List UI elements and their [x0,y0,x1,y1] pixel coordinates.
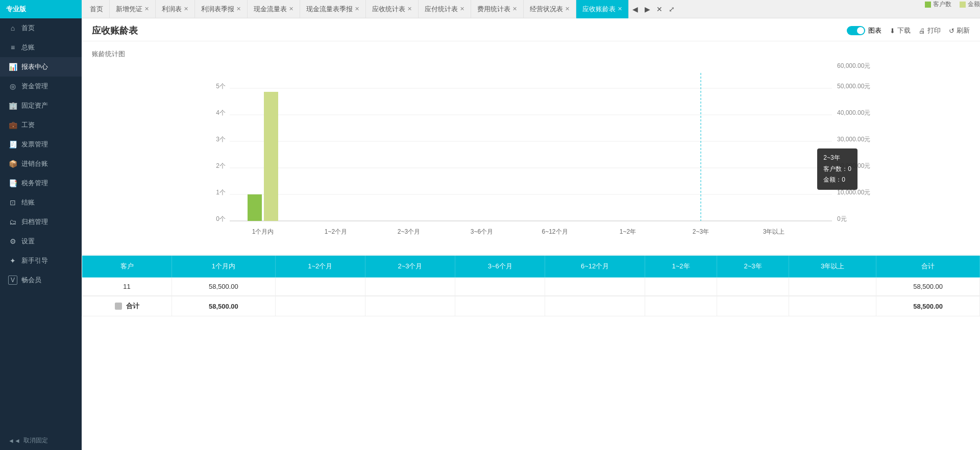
table-total-row: 合计 58,500.00 58,500.00 [82,296,980,316]
chart-svg-wrapper: 0个 1个 2个 3个 4个 5个 0元 10,000.00元 20,000.0… [92,63,970,246]
refresh-button[interactable]: ↺ 刷新 [949,26,970,35]
close-tab-voucher[interactable]: ✕ [144,6,149,12]
svg-text:1个: 1个 [216,189,226,196]
close-tab-profit-q[interactable]: ✕ [236,6,241,12]
svg-text:3年以上: 3年以上 [763,228,785,235]
sidebar: 专业版 ⌂ 首页 ≡ 总账 📊 报表中心 ◎ 资金管理 🏢 固定资产 💼 工资 … [0,0,82,450]
cell-total-sum: 58,500.00 [876,296,980,316]
svg-text:2~3年: 2~3年 [693,228,709,235]
cell-y12 [645,278,717,296]
tax-icon: 📑 [8,179,17,187]
tab-profit[interactable]: 利润表 ✕ [156,0,195,18]
print-button[interactable]: 🖨 打印 [919,26,941,35]
cell-total-y3p [789,296,876,316]
chart-title: 账龄统计图 [92,49,970,59]
sidebar-item-invoice[interactable]: 🧾 发票管理 [0,135,82,154]
refresh-icon: ↺ [949,27,954,35]
svg-text:1~2年: 1~2年 [620,228,636,235]
tab-ar-aging[interactable]: 应收账龄表 ✕ [576,0,629,18]
aging-table: 客户 1个月内 1~2个月 2~3个月 3~6个月 6~12个月 1~2年 2~… [82,255,980,316]
chart-area: 账龄统计图 客户数 金额 0个 1个 2个 3个 [82,41,980,255]
sidebar-item-guide[interactable]: ✦ 新手引导 [0,251,82,270]
sidebar-item-purchase[interactable]: 📦 进销台账 [0,154,82,173]
download-button[interactable]: ⬇ 下载 [890,26,911,35]
cell-total-y12 [645,296,717,316]
svg-text:40,000.00元: 40,000.00元 [837,109,870,116]
cell-m612 [545,278,645,296]
tab-voucher[interactable]: 新增凭证 ✕ [110,0,156,18]
table-row: 11 58,500.00 58,500.00 [82,278,980,296]
sidebar-item-ledger[interactable]: ≡ 总账 [0,38,82,57]
cell-y3p [789,278,876,296]
sidebar-item-home[interactable]: ⌂ 首页 [0,18,82,38]
bar-chart: 0个 1个 2个 3个 4个 5个 0元 10,000.00元 20,000.0… [92,63,970,246]
th-m23: 2~3个月 [365,256,455,278]
sidebar-item-settings[interactable]: ⚙ 设置 [0,232,82,251]
cell-total-label: 合计 [82,296,172,316]
cell-total-m612 [545,296,645,316]
close-tab-ar-aging[interactable]: ✕ [618,6,622,12]
th-m612: 6~12个月 [545,256,645,278]
download-icon: ⬇ [890,27,895,35]
cell-total-m1: 58,500.00 [172,296,276,316]
total-icon [115,303,122,310]
tab-scroll-left[interactable]: ◀ [629,0,641,18]
tab-home[interactable]: 首页 [84,0,110,18]
close-tab-cashflow-q[interactable]: ✕ [355,6,359,12]
close-tab-expense[interactable]: ✕ [512,6,517,12]
home-icon: ⌂ [8,24,17,32]
th-m36: 3~6个月 [455,256,545,278]
pin-icon: ◄◄ [8,437,20,444]
svg-text:60,000.00元: 60,000.00元 [837,63,870,69]
th-y3p: 3年以上 [789,256,876,278]
tab-profit-q[interactable]: 利润表季报 ✕ [195,0,248,18]
tab-maximize[interactable]: ⤢ [666,0,678,18]
cell-m23 [365,278,455,296]
sidebar-item-assets[interactable]: 🏢 固定资产 [0,96,82,115]
cell-total-m12 [275,296,365,316]
close-tab-ar-stat[interactable]: ✕ [407,6,412,12]
page-header: 应收账龄表 图表 ⬇ 下载 🖨 打印 ↺ 刷新 [82,18,980,41]
cell-total-m23 [365,296,455,316]
close-tab-cashflow[interactable]: ✕ [289,6,293,12]
svg-text:10,000.00元: 10,000.00元 [837,189,870,196]
th-y12: 1~2年 [645,256,717,278]
svg-text:30,000.00元: 30,000.00元 [837,136,870,143]
svg-text:0元: 0元 [837,215,847,222]
sidebar-item-archive[interactable]: 🗂 归档管理 [0,212,82,232]
content-area: 账龄统计图 客户数 金额 0个 1个 2个 3个 [82,41,980,450]
tab-scroll-right[interactable]: ▶ [641,0,653,18]
sidebar-item-member[interactable]: V 畅会员 [0,270,82,290]
tab-ar-stat[interactable]: 应收统计表 ✕ [366,0,419,18]
sidebar-item-close[interactable]: ⊡ 结账 [0,193,82,212]
cell-m12 [275,278,365,296]
tab-cashflow[interactable]: 现金流量表 ✕ [248,0,300,18]
chart-toggle[interactable] [847,26,865,35]
cell-m1: 58,500.00 [172,278,276,296]
th-m1: 1个月内 [172,256,276,278]
sidebar-item-tax[interactable]: 📑 税务管理 [0,173,82,193]
tab-business[interactable]: 经营状况表 ✕ [524,0,576,18]
finance-icon: ◎ [8,82,17,90]
cell-total: 58,500.00 [876,278,980,296]
cell-total-y23 [717,296,789,316]
close-tab-profit[interactable]: ✕ [184,6,188,12]
sidebar-item-reports[interactable]: 📊 报表中心 [0,57,82,77]
sidebar-pin-toggle[interactable]: ◄◄ 取消固定 [0,431,82,450]
bar-m1-amount [264,92,278,221]
tab-close-all[interactable]: ✕ [653,0,666,18]
settings-icon: ⚙ [8,237,17,245]
guide-icon: ✦ [8,257,17,265]
close-tab-business[interactable]: ✕ [565,6,570,12]
svg-text:2~3个月: 2~3个月 [398,228,420,235]
archive-icon: 🗂 [8,218,17,226]
sidebar-item-salary[interactable]: 💼 工资 [0,115,82,135]
tab-cashflow-q[interactable]: 现金流量表季报 ✕ [300,0,366,18]
sidebar-item-finance[interactable]: ◎ 资金管理 [0,77,82,96]
th-customer: 客户 [82,256,172,278]
tab-expense[interactable]: 费用统计表 ✕ [471,0,524,18]
tab-bar: 首页 新增凭证 ✕ 利润表 ✕ 利润表季报 ✕ 现金流量表 ✕ 现金流量表季报 … [82,0,980,18]
tab-ap-stat[interactable]: 应付统计表 ✕ [419,0,471,18]
main-content: 首页 新增凭证 ✕ 利润表 ✕ 利润表季报 ✕ 现金流量表 ✕ 现金流量表季报 … [82,0,980,450]
close-tab-ap-stat[interactable]: ✕ [460,6,464,12]
